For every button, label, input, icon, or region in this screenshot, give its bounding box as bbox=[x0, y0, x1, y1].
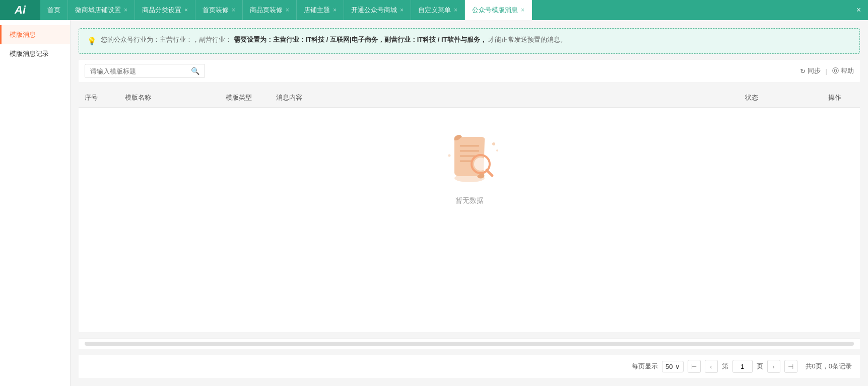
notice-box: 💡 您的公众号行业为：主营行业：，副营行业： 需要设置为：主营行业：IT科技 /… bbox=[79, 28, 860, 54]
fake-scrollbar[interactable] bbox=[85, 342, 854, 346]
nav-tab-custom-menu[interactable]: 自定义菜单 × bbox=[411, 0, 465, 20]
page-label: 第 bbox=[722, 362, 728, 371]
notice-text: 您的公众号行业为：主营行业：，副营行业： 需要设置为：主营行业：IT科技 / 互… bbox=[101, 35, 567, 45]
toolbar-right: ↻ 同步 | ⓪ 帮助 bbox=[800, 66, 854, 75]
search-input[interactable] bbox=[85, 65, 186, 78]
nav-tab-product-decor[interactable]: 商品页装修 × bbox=[243, 0, 297, 20]
nav-tab-template-msg[interactable]: 公众号模版消息 × bbox=[465, 0, 532, 20]
nav-tab-home-decor[interactable]: 首页装修 × bbox=[195, 0, 243, 20]
nav-tab-shop-settings[interactable]: 微商城店铺设置 × bbox=[68, 0, 135, 20]
close-tab-custom-menu[interactable]: × bbox=[454, 7, 457, 14]
th-seq: 序号 bbox=[79, 88, 119, 107]
close-tab-template-msg[interactable]: × bbox=[521, 7, 524, 14]
search-button[interactable]: 🔍 bbox=[186, 64, 205, 78]
help-icon: ⓪ bbox=[832, 66, 839, 75]
toolbar-divider: | bbox=[826, 67, 827, 75]
th-content: 消息内容 bbox=[270, 88, 739, 107]
close-tab-category-settings[interactable]: × bbox=[184, 7, 188, 14]
chevron-down-icon: ∨ bbox=[675, 363, 680, 370]
search-area: 🔍 bbox=[85, 64, 205, 78]
app-logo: Ai bbox=[0, 0, 40, 20]
page-size-label: 每页显示 bbox=[632, 362, 658, 371]
close-tab-shop-theme[interactable]: × bbox=[333, 7, 337, 14]
search-icon: 🔍 bbox=[191, 67, 199, 75]
first-page-button[interactable]: ⊢ bbox=[688, 360, 701, 373]
toolbar: 🔍 ↻ 同步 | ⓪ 帮助 bbox=[79, 60, 860, 82]
close-tab-home-decor[interactable]: × bbox=[232, 7, 235, 14]
table-header: 序号 模版名称 模版类型 消息内容 状态 操作 bbox=[79, 88, 860, 108]
svg-line-7 bbox=[487, 170, 492, 176]
empty-text: 暂无数据 bbox=[455, 196, 484, 205]
svg-point-8 bbox=[492, 142, 495, 145]
empty-illustration-svg bbox=[439, 128, 500, 188]
nav-tab-open-mall[interactable]: 开通公众号商城 × bbox=[344, 0, 411, 20]
next-page-button[interactable]: › bbox=[767, 360, 780, 373]
nav-tab-shop-theme[interactable]: 店铺主题 × bbox=[297, 0, 344, 20]
scrollbar-area bbox=[79, 338, 860, 349]
table-container: 序号 模版名称 模版类型 消息内容 状态 操作 bbox=[79, 88, 860, 332]
nav-tab-category-settings[interactable]: 商品分类设置 × bbox=[135, 0, 195, 20]
close-tab-open-mall[interactable]: × bbox=[400, 7, 404, 14]
page-number-input[interactable] bbox=[732, 360, 753, 373]
th-type: 模版类型 bbox=[220, 88, 270, 107]
close-tab-product-decor[interactable]: × bbox=[286, 7, 289, 14]
last-page-button[interactable]: ⊣ bbox=[784, 360, 797, 373]
nav-tabs: 首页 微商城店铺设置 × 商品分类设置 × 首页装修 × 商品页装修 × 店铺主… bbox=[40, 0, 849, 20]
page-unit: 页 bbox=[757, 362, 763, 371]
svg-point-6 bbox=[474, 158, 487, 171]
empty-illustration bbox=[439, 128, 500, 188]
notice-icon: 💡 bbox=[87, 35, 97, 47]
page-size-select[interactable]: 50 ∨ bbox=[662, 361, 683, 372]
svg-point-9 bbox=[496, 149, 498, 151]
svg-point-10 bbox=[448, 155, 450, 157]
sync-button[interactable]: ↻ 同步 bbox=[800, 66, 821, 75]
th-name: 模版名称 bbox=[119, 88, 220, 107]
main-layout: 模版消息 模版消息记录 💡 您的公众号行业为：主营行业：，副营行业： 需要设置为… bbox=[0, 20, 868, 386]
close-tab-shop-settings[interactable]: × bbox=[124, 7, 127, 14]
sync-icon: ↻ bbox=[800, 67, 806, 75]
top-nav: Ai 首页 微商城店铺设置 × 商品分类设置 × 首页装修 × 商品页装修 × … bbox=[0, 0, 868, 20]
th-action: 操作 bbox=[810, 88, 860, 107]
sidebar: 模版消息 模版消息记录 bbox=[0, 20, 71, 386]
content-area: 💡 您的公众号行业为：主营行业：，副营行业： 需要设置为：主营行业：IT科技 /… bbox=[71, 20, 868, 386]
sidebar-item-template-msg-records[interactable]: 模版消息记录 bbox=[0, 44, 70, 63]
help-button[interactable]: ⓪ 帮助 bbox=[832, 66, 854, 75]
empty-state: 暂无数据 bbox=[79, 108, 860, 215]
nav-tab-home[interactable]: 首页 bbox=[40, 0, 68, 20]
close-all-tabs[interactable]: × bbox=[849, 6, 868, 15]
page-total: 共0页，0条记录 bbox=[806, 362, 852, 371]
th-status: 状态 bbox=[739, 88, 810, 107]
pagination: 每页显示 50 ∨ ⊢ ‹ 第 页 › ⊣ 共0页，0条记录 bbox=[79, 355, 860, 378]
prev-page-button[interactable]: ‹ bbox=[705, 360, 718, 373]
sidebar-item-template-msg[interactable]: 模版消息 bbox=[0, 25, 70, 44]
